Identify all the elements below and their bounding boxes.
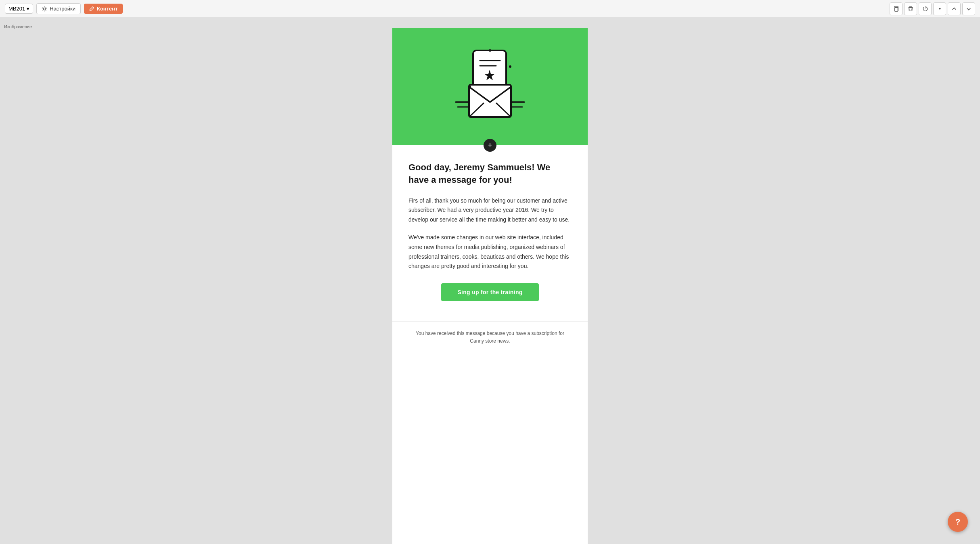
delete-button[interactable] [904, 2, 917, 15]
email-greeting: Good day, Jeremy Sammuels! We have a mes… [408, 161, 572, 186]
dropdown-icon: ▾ [939, 6, 941, 11]
svg-point-0 [44, 8, 46, 10]
settings-button[interactable]: Настройки [36, 3, 81, 14]
version-label: МВ201 [8, 6, 25, 12]
svg-point-15 [469, 86, 471, 88]
envelope-illustration [446, 42, 534, 131]
move-up-button[interactable] [948, 2, 961, 15]
help-button[interactable]: ? [948, 512, 968, 532]
trash-icon [908, 6, 913, 12]
version-dropdown[interactable]: МВ201 ▾ [5, 4, 33, 14]
copy-icon [893, 6, 899, 12]
add-section-button[interactable]: + [484, 139, 496, 152]
move-down-button[interactable] [962, 2, 975, 15]
cta-button[interactable]: Sing up for the training [441, 283, 538, 301]
gear-icon [42, 6, 47, 12]
top-bar-right: ▾ [890, 2, 975, 15]
left-panel-label: Изображение [4, 24, 32, 29]
email-container: + Good day, Jeremy Sammuels! We have a m… [392, 28, 588, 544]
svg-point-13 [489, 49, 491, 52]
power-icon [922, 6, 928, 12]
email-body: Good day, Jeremy Sammuels! We have a mes… [392, 145, 588, 321]
email-paragraph-1: Firs of all, thank you so much for being… [408, 196, 572, 225]
svg-point-14 [509, 65, 511, 68]
chevron-down-icon: ▾ [27, 6, 29, 12]
footer-text: You have received this message because y… [416, 331, 564, 344]
cta-wrapper: Sing up for the training [408, 283, 572, 301]
top-bar: МВ201 ▾ Настройки Контент [0, 0, 980, 18]
settings-label: Настройки [50, 6, 75, 12]
pencil-icon [89, 6, 94, 12]
chevron-up-icon [951, 6, 957, 12]
copy-button[interactable] [890, 2, 903, 15]
email-header: + [392, 28, 588, 145]
email-footer: You have received this message because y… [392, 321, 588, 353]
svg-rect-1 [895, 7, 898, 11]
content-label: Контент [97, 6, 118, 12]
top-bar-left: МВ201 ▾ Настройки Контент [5, 3, 123, 14]
svg-rect-2 [473, 50, 506, 87]
svg-rect-6 [469, 85, 511, 117]
main-area: + Good day, Jeremy Sammuels! We have a m… [0, 0, 980, 544]
power-button[interactable] [919, 2, 932, 15]
content-button[interactable]: Контент [84, 4, 123, 14]
chevron-down-icon [966, 6, 972, 12]
email-paragraph-2: We've made some changes in our web site … [408, 233, 572, 271]
dropdown-button[interactable]: ▾ [933, 2, 946, 15]
